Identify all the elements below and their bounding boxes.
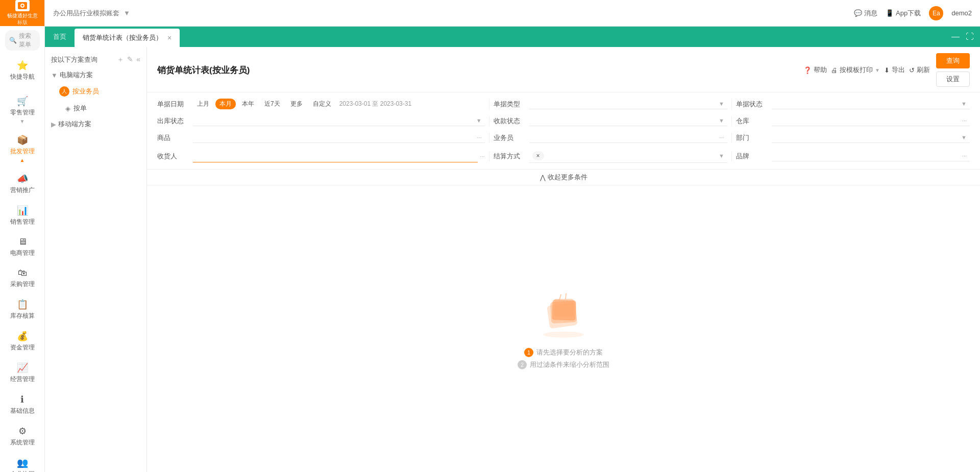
sidebar: 畅捷通好生意 标版 🔍 搜索菜单 ⭐ 快捷导航 🛒 零售管理 ▼ 📦 批发管理 … (0, 0, 45, 472)
salesperson-select[interactable]: ··· (529, 132, 727, 143)
collapse-button[interactable]: ⋀ 收起更多条件 (540, 173, 587, 182)
hint-text-2: 用过滤条件来缩小分析范围 (530, 360, 609, 369)
print-button[interactable]: 🖨 按模板打印 ▼ (831, 65, 880, 75)
top-header: 办公用品行业模拟账套 ▼ 💬 消息 📱 App下载 Ea demo2 (45, 0, 980, 27)
help-button[interactable]: ❓ 帮助 (803, 65, 827, 75)
page-actions: ❓ 帮助 🖨 按模板打印 ▼ ⬇ 导出 ↺ (803, 53, 970, 87)
sidebar-item-label: 采购管理 (10, 280, 35, 289)
date-btn-last-month[interactable]: 上月 (193, 99, 213, 109)
empty-state: 1 请先选择要分析的方案 2 用过滤条件来缩小分析范围 (147, 185, 980, 472)
scheme-item-order-icon: ◈ (65, 105, 70, 112)
dept-select[interactable]: ▼ (772, 132, 970, 143)
user-avatar[interactable]: Ea (929, 6, 943, 20)
sidebar-item-operations[interactable]: 📈 经营管理 (0, 357, 45, 389)
app-download-button[interactable]: 📱 App下载 (886, 9, 921, 18)
filter-sep-3 (489, 116, 489, 126)
tab-minimize-icon[interactable]: — (951, 32, 960, 41)
retail-icon: 🛒 (17, 96, 28, 107)
date-btn-this-month[interactable]: 本月 (215, 99, 236, 109)
scheme-group-label: 电脑端方案 (60, 70, 93, 80)
svg-rect-7 (554, 299, 574, 317)
scheme-item-salesperson[interactable]: 人 按业务员 (45, 83, 146, 100)
sidebar-item-label: 企业协同 (10, 470, 35, 472)
ship-status-arrow: ▼ (476, 117, 482, 124)
brand-label: 品牌 (736, 152, 772, 161)
payment-status-select[interactable]: ▼ (529, 115, 727, 126)
collapse-label: 收起更多条件 (548, 173, 587, 182)
search-menu-item[interactable]: 🔍 搜索菜单 (0, 26, 45, 55)
sidebar-item-basic-info[interactable]: ℹ 基础信息 (0, 389, 45, 420)
sidebar-item-finance[interactable]: 💰 资金管理 (0, 325, 45, 357)
scheme-group-desktop-header[interactable]: ▼ 电脑端方案 (45, 67, 146, 83)
filter-field-brand: 品牌 ··· (736, 151, 970, 161)
content-area: 按以下方案查询 ＋ ✎ « ▼ 电脑端方案 人 按业务员 (45, 47, 980, 472)
date-range-value: 2023-03-01 至 2023-03-31 (339, 100, 411, 108)
print-label: 按模板打印 (840, 65, 873, 75)
sidebar-item-label: 系统管理 (10, 438, 35, 447)
header-right: 💬 消息 📱 App下载 Ea demo2 (854, 6, 972, 20)
sidebar-logo[interactable]: 畅捷通好生意 标版 (0, 0, 45, 26)
sidebar-item-label: 批发管理 (10, 147, 35, 156)
collapse-up-icon: ⋀ (540, 174, 546, 181)
left-panel-actions: ＋ ✎ « (117, 55, 140, 64)
doc-status-label: 单据状态 (736, 100, 772, 109)
date-btn-this-year[interactable]: 本年 (238, 99, 258, 109)
settlement-select[interactable]: × ▼ (529, 149, 727, 163)
collapse-panel-icon[interactable]: « (136, 55, 140, 64)
refresh-button[interactable]: ↺ 刷新 (909, 65, 930, 75)
message-button[interactable]: 💬 消息 (854, 9, 877, 18)
filter-sep-7 (489, 151, 489, 161)
sidebar-item-ecommerce[interactable]: 🖥 电商管理 (0, 231, 45, 263)
filter-sep-5 (489, 133, 489, 143)
filter-row-3: 商品 ··· 业务员 ··· (157, 132, 970, 143)
doc-status-select[interactable]: ▼ (772, 99, 970, 109)
warehouse-select[interactable]: ··· (772, 115, 970, 126)
scheme-group-mobile-header[interactable]: ▶ 移动端方案 (45, 116, 146, 132)
filter-field-date: 单据日期 上月 本月 本年 近7天 更多 自定义 2023-03-01 至 20… (157, 99, 485, 109)
tab-sales-stat[interactable]: 销货单统计表（按业务员） × (75, 29, 180, 47)
sidebar-item-purchase[interactable]: 🛍 采购管理 (0, 263, 45, 294)
sidebar-item-quick-nav[interactable]: ⭐ 快捷导航 (0, 55, 45, 86)
tab-home[interactable]: 首页 (45, 27, 75, 47)
receiver-input[interactable] (193, 150, 478, 162)
filter-field-goods: 商品 ··· (157, 132, 485, 143)
settings-button[interactable]: 设置 (936, 72, 970, 87)
doc-type-select[interactable]: ▼ (529, 99, 727, 109)
sidebar-item-inventory[interactable]: 📋 库存核算 (0, 294, 45, 325)
sidebar-item-marketing[interactable]: 📣 营销推广 (0, 168, 45, 200)
hint-text-1: 请先选择要分析的方案 (536, 348, 603, 357)
brand-select[interactable]: ··· (772, 151, 970, 161)
sidebar-item-label: 资金管理 (10, 343, 35, 352)
sidebar-item-label: 销售管理 (10, 218, 35, 226)
dropdown-icon[interactable]: ▼ (124, 9, 130, 17)
sidebar-item-retail[interactable]: 🛒 零售管理 ▼ (0, 90, 45, 129)
export-button[interactable]: ⬇ 导出 (884, 65, 905, 75)
scheme-item-order[interactable]: ◈ 按单 (45, 100, 146, 116)
add-scheme-icon[interactable]: ＋ (117, 55, 124, 64)
edit-scheme-icon[interactable]: ✎ (127, 55, 133, 64)
settlement-tag: × (532, 151, 544, 160)
tab-close-icon[interactable]: × (167, 34, 172, 42)
goods-select[interactable]: ··· (193, 132, 485, 143)
scheme-group-mobile-arrow: ▶ (51, 121, 56, 128)
doc-status-arrow: ▼ (961, 101, 967, 107)
help-label: 帮助 (814, 65, 827, 75)
search-menu-label: 搜索菜单 (19, 32, 36, 49)
query-button[interactable]: 查询 (936, 53, 970, 68)
doc-type-label: 单据类型 (494, 100, 529, 109)
settlement-tag-close[interactable]: × (536, 152, 540, 159)
sidebar-item-label: 经营管理 (10, 375, 35, 384)
date-btn-more[interactable]: 更多 (286, 99, 307, 109)
date-btn-custom[interactable]: 自定义 (309, 99, 335, 109)
sidebar-item-system[interactable]: ⚙ 系统管理 (0, 420, 45, 452)
date-btn-7days[interactable]: 近7天 (260, 99, 284, 109)
receiver-more: ··· (480, 153, 484, 159)
ship-status-select[interactable]: ▼ (193, 115, 485, 126)
avatar-text: Ea (933, 10, 940, 17)
sidebar-item-wholesale[interactable]: 📦 批发管理 ▲ (0, 129, 45, 168)
sidebar-item-sales[interactable]: 📊 销售管理 (0, 200, 45, 231)
sidebar-item-enterprise[interactable]: 👥 企业协同 (0, 452, 45, 472)
user-name: demo2 (951, 9, 972, 17)
app-download-icon: 📱 (886, 9, 894, 17)
tab-maximize-icon[interactable]: ⛶ (966, 32, 974, 41)
